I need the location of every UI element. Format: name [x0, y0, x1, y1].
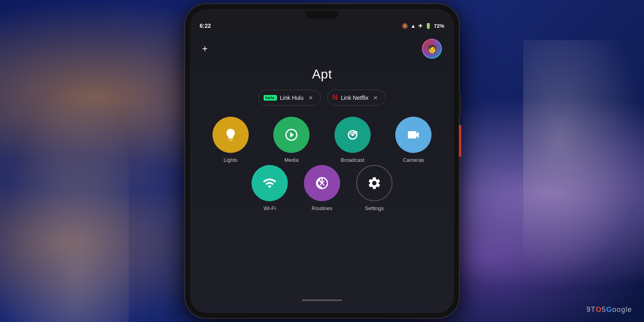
device-label-cameras: Cameras [403, 157, 424, 163]
chip-netflix[interactable]: N Link Netflix ✕ [327, 90, 386, 105]
broadcast-icon [345, 128, 360, 142]
phone-frame: 6:22 🔕 ▲ ✈ 🔋 72% + 🧑 [185, 4, 459, 318]
device-circle-wifi [252, 165, 288, 201]
watermark: 9TO5Google [586, 305, 632, 314]
notch-area [190, 9, 454, 21]
mute-icon: 🔕 [402, 23, 408, 29]
user-avatar[interactable]: 🧑 [422, 39, 442, 59]
chip-hulu-close[interactable]: ✕ [308, 95, 313, 101]
hulu-icon: hulu [264, 95, 277, 101]
avatar-image: 🧑 [423, 40, 441, 58]
device-circle-routines [304, 165, 340, 201]
device-circle-settings [356, 165, 392, 201]
device-label-lights: Lights [223, 157, 237, 163]
device-grid-row2: Wi-Fi [198, 165, 446, 211]
status-icons: 🔕 ▲ ✈ 🔋 72% [402, 23, 444, 29]
room-title: Apt [198, 67, 446, 82]
chip-netflix-label: Link Netflix [341, 95, 368, 101]
add-button[interactable]: + [202, 43, 208, 54]
bottom-indicator [198, 295, 446, 305]
device-label-settings: Settings [365, 205, 384, 211]
device-item-wifi[interactable]: Wi-Fi [252, 165, 288, 211]
chip-hulu[interactable]: hulu Link Hulu ✕ [258, 90, 321, 105]
media-icon [284, 128, 299, 142]
device-item-broadcast[interactable]: Broadcast [324, 117, 381, 163]
device-label-media: Media [285, 157, 299, 163]
device-label-broadcast: Broadcast [341, 157, 364, 163]
cameras-icon [406, 128, 421, 142]
battery-percent: 72% [434, 23, 444, 29]
airplane-icon: ✈ [418, 23, 423, 29]
settings-icon [367, 176, 382, 190]
side-button-power[interactable] [459, 125, 461, 157]
bottom-bar [302, 299, 342, 301]
app-content: + 🧑 Apt hulu Link Hulu ✕ N [190, 31, 454, 313]
wifi-icon [262, 176, 277, 190]
device-item-lights[interactable]: Lights [202, 117, 259, 163]
device-grid-row1: Lights Media [198, 117, 446, 163]
chip-netflix-close[interactable]: ✕ [373, 95, 378, 101]
phone-frame-wrapper: 6:22 🔕 ▲ ✈ 🔋 72% + 🧑 [185, 4, 459, 318]
device-label-wifi: Wi-Fi [264, 205, 276, 211]
wifi-icon: ▲ [411, 23, 416, 29]
device-item-settings[interactable]: Settings [356, 165, 392, 211]
service-chips: hulu Link Hulu ✕ N Link Netflix ✕ [198, 90, 446, 105]
netflix-icon: N [332, 93, 338, 102]
phone-screen: 6:22 🔕 ▲ ✈ 🔋 72% + 🧑 [190, 9, 454, 313]
device-item-cameras[interactable]: Cameras [385, 117, 442, 163]
routines-icon [315, 176, 329, 190]
device-item-media[interactable]: Media [263, 117, 320, 163]
notch [306, 11, 338, 19]
device-circle-media [273, 117, 310, 153]
chip-hulu-label: Link Hulu [280, 95, 303, 101]
device-item-routines[interactable]: Routines [304, 165, 340, 211]
status-bar: 6:22 🔕 ▲ ✈ 🔋 72% [190, 21, 454, 31]
device-circle-broadcast [334, 117, 371, 153]
lights-icon [223, 128, 238, 142]
device-label-routines: Routines [312, 205, 332, 211]
side-button-mute[interactable] [459, 93, 461, 117]
device-circle-cameras [395, 117, 431, 153]
top-bar: + 🧑 [198, 35, 446, 63]
device-circle-lights [213, 117, 249, 153]
battery-icon: 🔋 [425, 23, 431, 29]
svg-point-1 [355, 131, 357, 134]
status-time: 6:22 [200, 23, 211, 29]
